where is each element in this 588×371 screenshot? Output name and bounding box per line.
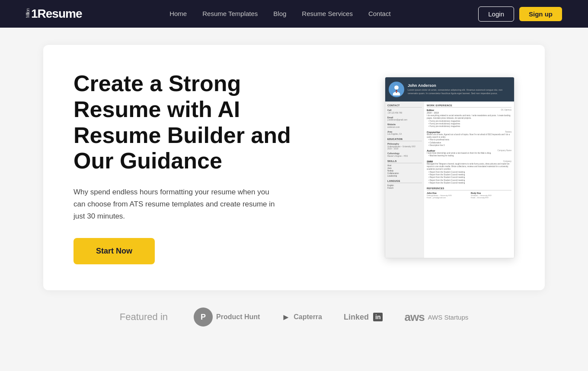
job-copy-company: Textera	[505, 131, 511, 133]
job-smm: SMM Company Managed the Telegram channel…	[427, 160, 511, 184]
job-editor-dates: 2018 – 2019	[427, 111, 511, 114]
resume-right-column: WORK EXPERIENCE Editor DC Optimus 2018 –…	[424, 101, 514, 258]
language-section-title: LANGUGE	[387, 180, 422, 183]
nav-actions: Login Sign up	[478, 6, 562, 22]
job-copy-b3: Description line 3	[428, 144, 511, 147]
edu2-degree: Culturology	[387, 152, 422, 155]
linkedin-in-box: in	[373, 313, 383, 321]
resume-avatar	[389, 82, 404, 97]
logo-capterra: ► Capterra	[281, 312, 322, 322]
area-label: Area	[387, 130, 422, 133]
featured-label: Featured in	[120, 311, 168, 323]
aws-text: aws	[404, 311, 424, 324]
logo-linkedin: Linked in	[344, 313, 383, 322]
logo-product-hunt: P Product Hunt	[194, 308, 260, 327]
hero-subtitle: Why spend endless hours formatting your …	[74, 186, 281, 222]
email-value: j.anderson@gmail.com	[387, 119, 422, 121]
resume-body: CONTACT Call +34 123 456 789 Email j.and…	[385, 101, 514, 258]
lang-french: French	[387, 187, 422, 189]
job-author-company: Company Name	[497, 149, 511, 152]
linkedin-text: Linked	[344, 313, 369, 322]
lang-english: English	[387, 184, 422, 187]
logo[interactable]: Million 1 Resume	[26, 7, 82, 21]
contact-section-title: CONTACT	[387, 104, 422, 108]
contact-website: Website anderson.com	[387, 123, 422, 128]
page-wrapper: Create a Strong Resume with AI Resume Bu…	[35, 45, 553, 290]
work-section-title: WORK EXPERIENCE	[427, 104, 511, 108]
references: John Doe Undergraduate – University XXV …	[427, 192, 511, 199]
hero-text: Create a Strong Resume with AI Resume Bu…	[74, 71, 316, 264]
edu1-school: Undergraduate – University XXV	[387, 146, 422, 148]
hero-card: Create a Strong Resume with AI Resume Bu…	[43, 45, 545, 290]
edu1-degree: Philosophy	[387, 143, 422, 145]
resume-header: John Anderson Lorem ipsum dolor sit amet…	[385, 77, 514, 101]
skill-nodejs: Nodejs	[387, 170, 422, 172]
ph-icon: P	[194, 308, 213, 327]
nav-home[interactable]: Home	[169, 10, 187, 17]
job-smm-desc: Managed the Telegram channel, taught int…	[427, 163, 511, 171]
call-value: +34 123 456 789	[387, 112, 422, 114]
edu2-school: Master's Degree – HSS	[387, 155, 422, 157]
resume-preview: John Anderson Lorem ipsum dolor sit amet…	[385, 77, 514, 258]
ref1: John Doe Undergraduate – University XXV …	[427, 192, 467, 199]
job-author-b1: Machine learning for trading	[428, 155, 511, 157]
contact-address: Area Los Angeles, CA	[387, 130, 422, 136]
resume-person-name: John Anderson	[408, 83, 511, 88]
ref1-email: Email – john@gmail.com	[427, 197, 467, 199]
ref2: Rody Doe Graduate – University XXV Email…	[471, 192, 511, 199]
job-smm-company: Company	[503, 160, 511, 163]
capterra-label: Capterra	[294, 313, 322, 321]
job-copywriter: Copywriter Textera Wrote a lot of texts,…	[427, 131, 511, 147]
logo-aws: aws AWS Startups	[404, 311, 468, 324]
contact-call: Call +34 123 456 789	[387, 109, 422, 114]
resume-name-block: John Anderson Lorem ipsum dolor sit amet…	[408, 83, 511, 95]
references-section-title: REFERENCES	[427, 187, 511, 190]
aws-startups-label: AWS Startups	[428, 314, 469, 321]
ref2-email: Email – University.XXV	[471, 197, 511, 199]
ph-label: Product Hunt	[216, 313, 260, 321]
email-label: Email	[387, 116, 422, 119]
job-copy-title: Copywriter	[427, 131, 440, 133]
job-editor-date: DC Optimus	[501, 109, 511, 111]
edu1-dates: 2015 – 2019	[387, 148, 422, 150]
job-smm-title: SMM	[427, 160, 433, 163]
skill-leadership: Leadership	[387, 175, 422, 177]
nav-contact[interactable]: Contact	[368, 10, 391, 17]
navbar: Million 1 Resume Home Resume Templates B…	[0, 0, 588, 28]
nav-links: Home Resume Templates Blog Resume Servic…	[169, 10, 390, 18]
resume-left-column: CONTACT Call +34 123 456 789 Email j.and…	[385, 101, 424, 258]
job-editor-b3: Funny pre-revolutionary magazines	[428, 125, 511, 128]
skill-collab: Collaboration	[387, 172, 422, 174]
job-editor: Editor DC Optimus 2018 – 2019 I do every…	[427, 109, 511, 128]
nav-services[interactable]: Resume Services	[302, 10, 353, 17]
skill-html: Html	[387, 165, 422, 167]
job-author: Author Company Name I took three interns…	[427, 149, 511, 158]
logo-text: Resume	[38, 7, 82, 21]
featured-section: Featured in P Product Hunt ► Capterra Li…	[35, 308, 553, 327]
website-label: Website	[387, 123, 422, 126]
logo-million: Million	[26, 9, 30, 18]
job-copy-desc: Wrote a lot of texts, figured out a bunc…	[427, 133, 511, 139]
website-value: anderson.com	[387, 126, 422, 128]
hero-title: Create a Strong Resume with AI Resume Bu…	[74, 71, 316, 174]
nav-templates[interactable]: Resume Templates	[202, 10, 258, 17]
edu2: Culturology Master's Degree – HSS	[387, 152, 422, 157]
skill-java: Java	[387, 167, 422, 169]
resume-tagline: Lorem ipsum dolor sit amet, consectetur …	[408, 89, 511, 95]
capterra-icon: ►	[281, 312, 290, 322]
featured-logos: P Product Hunt ► Capterra Linked in aws …	[194, 308, 468, 327]
contact-email: Email j.anderson@gmail.com	[387, 116, 422, 121]
signup-button[interactable]: Sign up	[519, 7, 562, 21]
svg-point-1	[394, 86, 399, 90]
logo-one: 1	[31, 7, 38, 21]
job-editor-desc: I do everything related to social networ…	[427, 114, 511, 120]
edu1: Philosophy Undergraduate – University XX…	[387, 143, 422, 150]
start-now-button[interactable]: Start Now	[74, 238, 155, 264]
education-section-title: EDUCATION	[387, 138, 422, 141]
login-button[interactable]: Login	[478, 6, 514, 22]
nav-blog[interactable]: Blog	[273, 10, 286, 17]
area-value: Los Angeles, CA	[387, 133, 422, 135]
skills-section-title: SKILLS	[387, 160, 422, 163]
call-label: Call	[387, 109, 422, 111]
job-smm-b5: Report from the Student Council meeting	[428, 182, 511, 184]
